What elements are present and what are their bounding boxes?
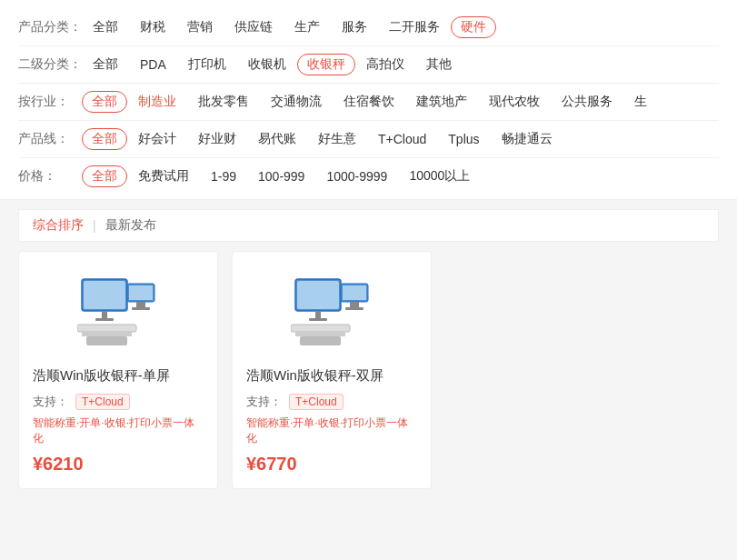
filter-cat-erkaifuwu[interactable]: 二开服务 [378, 16, 451, 38]
sort-bar: 综合排序 | 最新发布 [18, 209, 719, 242]
filter-pl-haokuaiji[interactable]: 好会计 [127, 128, 187, 150]
filter-price-1000-9999[interactable]: 1000-9999 [315, 166, 398, 186]
filter-price-all[interactable]: 全部 [82, 165, 127, 187]
svg-rect-8 [129, 285, 153, 300]
product-image-1 [77, 275, 159, 347]
svg-rect-17 [300, 336, 341, 345]
filter-cat-shengchan[interactable]: 生产 [284, 16, 331, 38]
filter-row-price: 价格： 全部 免费试用 1-99 100-999 1000-9999 10000… [18, 158, 719, 195]
svg-rect-21 [345, 307, 364, 310]
filter-row-industry: 按行业： 全部 制造业 批发零售 交通物流 住宿餐饮 建筑地产 现代农牧 公共服… [18, 84, 719, 121]
product-price-1: ¥6210 [33, 454, 204, 475]
svg-rect-14 [309, 318, 327, 321]
product-title-1: 浩顺Win版收银秤-单屏 [33, 367, 204, 385]
support-badge-2: T+Cloud [289, 394, 344, 410]
filter-pl-haoyecai[interactable]: 好业财 [187, 128, 247, 150]
filter-pl-haoshengyi[interactable]: 好生意 [307, 128, 367, 150]
product-image-2 [291, 275, 373, 347]
svg-rect-15 [291, 325, 350, 332]
filter-label-categories: 产品分类： [18, 19, 82, 35]
filter-cat-yingjian[interactable]: 硬件 [451, 16, 496, 38]
filter-price-100-999[interactable]: 100-999 [247, 166, 315, 186]
filter-row-subcategories: 二级分类： 全部 PDA 打印机 收银机 收银秤 高拍仪 其他 [18, 46, 719, 84]
svg-rect-13 [315, 311, 321, 318]
filter-pl-changjietong[interactable]: 畅捷通云 [491, 128, 563, 150]
filter-cat-all[interactable]: 全部 [82, 16, 129, 38]
product-image-area-2 [246, 265, 417, 356]
filter-items-price: 全部 免费试用 1-99 100-999 1000-9999 10000以上 [82, 165, 481, 187]
filter-cat-gongyinglian[interactable]: 供应链 [224, 16, 284, 38]
filter-sub-shouyincheng[interactable]: 收银秤 [297, 54, 355, 75]
filter-ind-jianzhu[interactable]: 建筑地产 [405, 91, 478, 113]
filter-cat-fuwu[interactable]: 服务 [331, 16, 378, 38]
filter-ind-all[interactable]: 全部 [82, 91, 127, 113]
product-price-2: ¥6770 [246, 454, 417, 475]
filter-pl-tplus[interactable]: Tplus [437, 129, 490, 149]
filter-pl-yidaizhang[interactable]: 易代账 [247, 128, 307, 150]
filter-ind-jiaotong[interactable]: 交通物流 [260, 91, 333, 113]
filter-pl-all[interactable]: 全部 [82, 128, 127, 150]
svg-rect-19 [343, 285, 366, 300]
sort-divider: | [93, 218, 96, 233]
filter-label-subcategories: 二级分类： [18, 56, 82, 73]
svg-rect-9 [136, 302, 145, 307]
filter-sub-dayinji[interactable]: 打印机 [177, 54, 237, 75]
product-desc-1: 智能称重·开单·收银·打印小票一体化 [33, 415, 204, 446]
svg-rect-1 [84, 281, 125, 309]
filter-price-free[interactable]: 免费试用 [127, 165, 200, 187]
product-card-2[interactable]: 浩顺Win版收银秤-双屏 支持： T+Cloud 智能称重·开单·收银·打印小票… [232, 251, 432, 489]
filter-price-1-99[interactable]: 1-99 [200, 166, 247, 186]
filter-sub-pda[interactable]: PDA [129, 55, 177, 75]
filter-cat-yingxiao[interactable]: 营销 [176, 16, 224, 38]
filter-pl-tcloud[interactable]: T+Cloud [367, 129, 437, 149]
svg-rect-6 [86, 336, 127, 345]
product-support-2: 支持： T+Cloud [246, 394, 417, 410]
svg-rect-10 [132, 307, 150, 310]
filter-ind-xiandai[interactable]: 现代农牧 [478, 91, 551, 113]
filter-ind-sheng[interactable]: 生 [623, 91, 658, 113]
filter-sub-gaopaiyi[interactable]: 高拍仪 [355, 54, 415, 75]
products-area: 浩顺Win版收银秤-单屏 支持： T+Cloud 智能称重·开单·收银·打印小票… [0, 251, 737, 507]
filter-sub-shoyinji[interactable]: 收银机 [237, 54, 297, 75]
product-support-1: 支持： T+Cloud [33, 394, 204, 410]
product-desc-2: 智能称重·开单·收银·打印小票一体化 [246, 415, 417, 446]
sort-active[interactable]: 综合排序 [33, 217, 84, 234]
support-label-2: 支持： [246, 394, 282, 410]
filter-sub-all[interactable]: 全部 [82, 54, 129, 75]
filter-section: 产品分类： 全部 财税 营销 供应链 生产 服务 二开服务 硬件 二级分类： 全… [0, 0, 737, 200]
filter-price-10000plus[interactable]: 10000以上 [398, 165, 481, 187]
filter-items-categories: 全部 财税 营销 供应链 生产 服务 二开服务 硬件 [82, 16, 496, 38]
filter-label-industry: 按行业： [18, 94, 82, 110]
sort-inactive[interactable]: 最新发布 [105, 217, 156, 234]
filter-ind-gonggong[interactable]: 公共服务 [551, 91, 623, 113]
svg-rect-20 [350, 302, 359, 307]
filter-row-productline: 产品线： 全部 好会计 好业财 易代账 好生意 T+Cloud Tplus 畅捷… [18, 121, 719, 158]
filter-label-price: 价格： [18, 168, 82, 185]
support-badge-1: T+Cloud [75, 394, 130, 410]
product-image-area-1 [33, 265, 204, 356]
filter-items-productline: 全部 好会计 好业财 易代账 好生意 T+Cloud Tplus 畅捷通云 [82, 128, 563, 150]
svg-rect-5 [82, 332, 132, 336]
product-card-1[interactable]: 浩顺Win版收银秤-单屏 支持： T+Cloud 智能称重·开单·收银·打印小票… [18, 251, 218, 489]
filter-label-productline: 产品线： [18, 131, 82, 147]
filter-ind-zhizaoye[interactable]: 制造业 [127, 91, 187, 113]
filter-items-industry: 全部 制造业 批发零售 交通物流 住宿餐饮 建筑地产 现代农牧 公共服务 生 [82, 91, 658, 113]
svg-rect-4 [77, 325, 136, 332]
support-label-1: 支持： [33, 394, 68, 410]
product-title-2: 浩顺Win版收银秤-双屏 [246, 367, 417, 385]
filter-ind-pifahelingshow[interactable]: 批发零售 [187, 91, 260, 113]
filter-items-subcategories: 全部 PDA 打印机 收银机 收银秤 高拍仪 其他 [82, 54, 463, 75]
filter-sub-qita[interactable]: 其他 [415, 54, 463, 75]
filter-row-categories: 产品分类： 全部 财税 营销 供应链 生产 服务 二开服务 硬件 [18, 9, 719, 46]
svg-rect-16 [295, 332, 345, 336]
svg-rect-3 [95, 318, 114, 321]
filter-ind-zhusucanting[interactable]: 住宿餐饮 [333, 91, 405, 113]
svg-rect-12 [297, 281, 339, 309]
filter-cat-caishui[interactable]: 财税 [129, 16, 176, 38]
svg-rect-2 [102, 311, 107, 318]
